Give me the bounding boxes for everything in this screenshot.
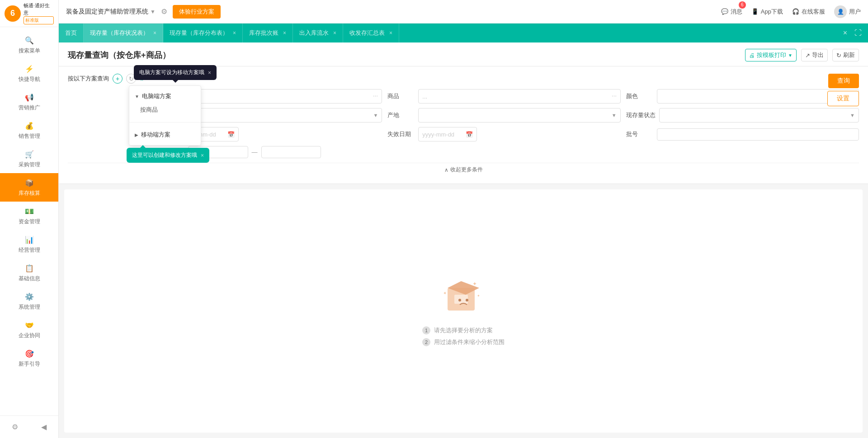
- page-actions: 🖨 按模板打印 ▼ ↗ 导出 ↻ 刷新: [745, 49, 859, 61]
- export-btn[interactable]: ↗ 导出: [801, 49, 828, 61]
- batch-label: 批号: [626, 130, 653, 138]
- step-2-text: 用过滤条件来缩小分析范围: [434, 338, 505, 346]
- tab-close-icon[interactable]: ×: [333, 30, 336, 36]
- refresh-btn[interactable]: ↻ 刷新: [832, 49, 859, 61]
- origin-select[interactable]: ▼: [418, 108, 620, 122]
- filter-label: 按以下方案查询: [68, 75, 109, 83]
- stock-status-select[interactable]: ▼: [659, 108, 859, 122]
- tooltip-close-btn[interactable]: ×: [208, 70, 211, 76]
- sidebar-item-enterprise[interactable]: 🤝 企业协同: [0, 316, 58, 344]
- messages-label: 消息: [731, 8, 742, 16]
- app-download-btn[interactable]: 📱 App下载: [751, 8, 783, 16]
- tab-inventory-dist[interactable]: 现存量（库存分布表） ×: [163, 24, 243, 42]
- filter-fields: 仓库 ... ⋯ 商品 ... ⋯ 颜色: [149, 89, 859, 158]
- sidebar-item-finance[interactable]: 💵 资金管理: [0, 202, 58, 230]
- messages-btn[interactable]: 💬 6 消息: [721, 8, 742, 16]
- goods-select[interactable]: ... ⋯: [418, 89, 620, 104]
- scheme-divider: [129, 122, 201, 122]
- empty-step-2: 2 用过滤条件来缩小分析范围: [422, 338, 505, 346]
- scheme-mobile-header[interactable]: ▶ 移动端方案: [129, 128, 201, 141]
- filter-add-wrapper: +: [113, 74, 123, 84]
- filter-field-exp-date: 失效日期 yyyy-mm-dd 📅: [387, 127, 620, 141]
- warehouse-select[interactable]: ... ⋯: [180, 89, 382, 104]
- user-label: 用户: [849, 8, 861, 16]
- sidebar-item-label: 新手引导: [19, 360, 40, 368]
- sidebar-item-basic[interactable]: 📋 基础信息: [0, 259, 58, 287]
- scheme-desktop-label: 电脑端方案: [142, 92, 171, 100]
- sidebar: 6 畅通·通好生意 标准版 🔍 搜索菜单 ⚡ 快捷导航 📢 营销推广 💰 销售管…: [0, 0, 59, 438]
- collapse-sidebar-btn[interactable]: ◀: [39, 420, 49, 433]
- filter-row-3: 生产日期 yyyy-mm-dd 📅 失效日期 yyyy-mm-dd: [149, 127, 859, 141]
- tab-home-label: 首页: [65, 29, 77, 37]
- logo-text: 畅通·通好生意 标准版: [24, 2, 54, 24]
- tab-close-icon[interactable]: ×: [233, 30, 236, 36]
- sidebar-item-purchase[interactable]: 🛒 采购管理: [0, 145, 58, 173]
- exp-date-input[interactable]: yyyy-mm-dd 📅: [418, 127, 477, 141]
- tooltip-arrow: [173, 80, 178, 83]
- collapse-btn[interactable]: ∧ 收起更多条件: [68, 163, 859, 176]
- scheme-desktop-section: ▼ 电脑端方案 按商品: [129, 86, 201, 120]
- tab-inventory-status[interactable]: 现存量（库存状况表） ×: [84, 24, 163, 42]
- dropdown-arrow-icon: ▼: [612, 113, 617, 118]
- tab-close-icon[interactable]: ×: [283, 30, 286, 36]
- sidebar-item-inventory[interactable]: 📦 库存核算: [0, 173, 58, 202]
- sidebar-item-guide[interactable]: 🎯 新手引导: [0, 344, 58, 372]
- sidebar-item-operation[interactable]: 📊 经营管理: [0, 230, 58, 259]
- header-right: 💬 6 消息 📱 App下载 🎧 在线客服 👤 用户: [721, 5, 861, 18]
- step-1-text: 请先选择要分析的方案: [434, 326, 493, 334]
- tab-close-icon[interactable]: ×: [389, 30, 392, 36]
- scheme-desktop-header[interactable]: ▼ 电脑端方案: [129, 89, 201, 103]
- tab-close-all-icon[interactable]: ×: [841, 27, 849, 39]
- step-num-1: 1: [422, 326, 430, 334]
- filter-field-stock-status: 现存量状态 ▼: [626, 108, 859, 122]
- sidebar-item-search[interactable]: 🔍 搜索菜单: [0, 31, 58, 59]
- sidebar-item-label: 快捷导航: [19, 75, 40, 83]
- notification-badge: 6: [739, 1, 746, 9]
- app-download-label: App下载: [761, 8, 783, 16]
- guide-icon: 🎯: [24, 349, 34, 358]
- system-title-dropdown[interactable]: 装备及固定资产辅助管理系统 ▼: [66, 8, 156, 16]
- sidebar-item-label: 采购管理: [19, 161, 40, 169]
- filter-add-btn[interactable]: +: [113, 74, 123, 84]
- sidebar-item-sales[interactable]: 💰 销售管理: [0, 116, 58, 145]
- batch-input[interactable]: [657, 128, 859, 141]
- tab-close-icon[interactable]: ×: [153, 30, 156, 36]
- search-icon: 🔍: [24, 35, 34, 45]
- search-btn[interactable]: 查询: [828, 74, 859, 88]
- user-btn[interactable]: 👤 用户: [834, 5, 861, 18]
- sidebar-item-label: 资金管理: [19, 218, 40, 226]
- tab-bar: 首页 现存量（库存状况表） × 现存量（库存分布表） × 库存批次账 × 出入库…: [59, 24, 868, 42]
- scheme-arrow-icon: ▼: [135, 94, 139, 99]
- tab-home[interactable]: 首页: [59, 24, 84, 42]
- sidebar-item-label: 企业协同: [19, 332, 40, 339]
- reset-btn[interactable]: 设置: [827, 91, 859, 106]
- filter-action-btns: 查询 设置: [827, 74, 859, 106]
- quick-icon: ⚡: [24, 64, 34, 74]
- tab-fullscreen-icon[interactable]: ⛶: [853, 27, 863, 39]
- svg-rect-2: [454, 295, 468, 304]
- sidebar-item-marketing[interactable]: 📢 营销推广: [0, 88, 58, 116]
- scheme-item-1[interactable]: 按商品: [129, 103, 201, 117]
- btn-group: 查询 设置: [827, 74, 859, 106]
- system-icon: ⚙️: [24, 292, 34, 301]
- tooltip-close-btn[interactable]: ×: [201, 152, 204, 159]
- purchase-icon: 🛒: [24, 149, 34, 159]
- settings-bottom-icon[interactable]: ⚙: [9, 420, 20, 433]
- stock-main-max[interactable]: [261, 146, 321, 158]
- page-header: 现存量查询（按仓库+商品） 🖨 按模板打印 ▼ ↗ 导出 ↻ 刷新: [59, 42, 868, 66]
- dropdown-arrow-icon: ⋯: [612, 94, 617, 99]
- sidebar-item-label: 搜索菜单: [19, 47, 40, 55]
- filter-section: 按以下方案查询 + ↻ « 电脑方案可设为移动方案哦 × ▼: [59, 66, 868, 184]
- exp-date-label: 失效日期: [387, 130, 415, 138]
- tab-recv-summary[interactable]: 收发存汇总表 ×: [343, 24, 399, 42]
- tab-inout-flow[interactable]: 出入库流水 ×: [293, 24, 343, 42]
- tab-batch-account[interactable]: 库存批次账 ×: [243, 24, 293, 42]
- trial-btn[interactable]: 体验行业方案: [173, 5, 221, 19]
- settings-icon[interactable]: ⚙: [161, 7, 167, 16]
- dropdown-arrow-icon: ⋯: [373, 94, 378, 99]
- print-btn[interactable]: 🖨 按模板打印 ▼: [745, 49, 797, 61]
- size-select[interactable]: ▼: [180, 108, 382, 122]
- sidebar-item-quick[interactable]: ⚡ 快捷导航: [0, 59, 58, 88]
- sidebar-item-system[interactable]: ⚙️ 系统管理: [0, 287, 58, 316]
- online-service-btn[interactable]: 🎧 在线客服: [792, 8, 825, 16]
